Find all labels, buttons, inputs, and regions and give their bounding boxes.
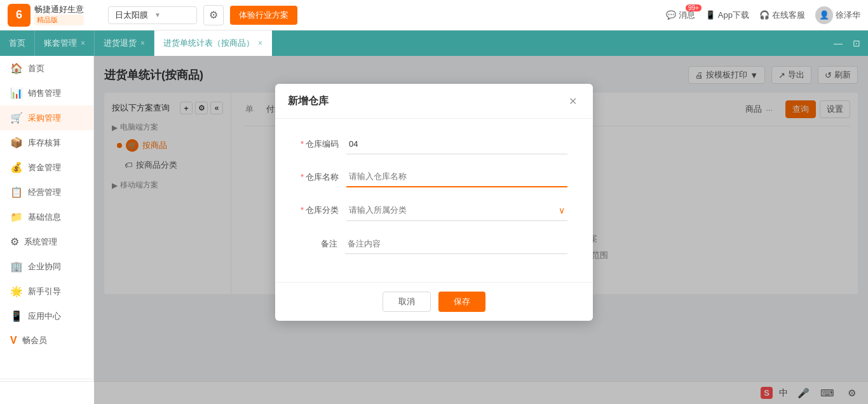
sidebar-label-guide: 新手引导: [28, 286, 61, 297]
app-badge: 精品版: [34, 15, 84, 25]
headset-icon: 🎧: [759, 10, 770, 20]
sidebar-item-sales[interactable]: 📊 销售管理: [0, 81, 93, 105]
basic-info-icon: 📁: [10, 211, 23, 223]
sidebar-label-operations: 经营管理: [28, 187, 61, 198]
sidebar-item-basic-info[interactable]: 📁 基础信息: [0, 205, 93, 229]
sidebar-item-apps[interactable]: 📱 应用中心: [0, 304, 93, 328]
user-avatar: 👤: [815, 6, 833, 24]
category-select-input[interactable]: [346, 200, 559, 220]
sidebar-label-purchase: 采购管理: [28, 112, 61, 124]
sidebar-label-vip: 畅会员: [22, 335, 47, 346]
home-icon: 🏠: [10, 62, 23, 74]
tab-controls: — ⊡: [826, 30, 868, 56]
name-label: 仓库名称: [301, 172, 346, 183]
form-row-code: 仓库编码: [301, 134, 567, 154]
user-profile-button[interactable]: 👤 徐泽华: [815, 6, 860, 24]
modal-footer: 取消 保存: [275, 282, 593, 321]
sidebar-item-system[interactable]: ⚙ 系统管理: [0, 229, 93, 254]
trial-industry-button[interactable]: 体验行业方案: [230, 6, 297, 25]
tab-purchase-return[interactable]: 进货退货 ×: [95, 30, 154, 56]
app-logo: 6: [8, 4, 31, 27]
top-header: 6 畅捷通好生意 精品版 日太阳膜 ▼ ⚙ 体验行业方案 💬 消息 99+ 📱 …: [0, 0, 868, 30]
sidebar-item-guide[interactable]: 🌟 新手引导: [0, 279, 93, 304]
finance-icon: 💰: [10, 161, 23, 173]
tab-accounts-close[interactable]: ×: [81, 39, 85, 48]
tab-collapse-button[interactable]: —: [831, 37, 845, 50]
tab-purchase-return-close[interactable]: ×: [140, 39, 145, 48]
tab-home[interactable]: 首页: [0, 30, 35, 56]
cancel-button[interactable]: 取消: [383, 292, 431, 312]
sidebar: 🏠 首页 📊 销售管理 🛒 采购管理 📦 库存核算 💰 资金管理 📋 经营管理 …: [0, 56, 94, 404]
store-dropdown-arrow: ▼: [154, 11, 190, 18]
system-icon: ⚙: [10, 236, 19, 248]
tab-bar: 首页 账套管理 × 进货退货 × 进货单统计表（按商品） × — ⊡: [0, 30, 868, 56]
sales-icon: 📊: [10, 87, 23, 99]
tab-purchase-stats-label: 进货单统计表（按商品）: [163, 37, 254, 49]
download-icon: 📱: [705, 10, 715, 20]
modal-close-button[interactable]: ✕: [565, 94, 580, 109]
sidebar-item-purchase[interactable]: 🛒 采购管理: [0, 105, 93, 130]
store-selector[interactable]: 日太阳膜 ▼: [108, 6, 197, 24]
settings-button[interactable]: ⚙: [203, 5, 224, 25]
code-input[interactable]: [346, 134, 567, 154]
inventory-icon: 📦: [10, 137, 23, 149]
form-row-category: 仓库分类 ∨: [301, 200, 567, 221]
app-download-button[interactable]: 📱 App下载: [705, 10, 749, 21]
new-warehouse-modal: 新增仓库 ✕ 仓库编码 仓库名称 仓库分类 ∨: [275, 84, 593, 321]
purchase-icon: 🛒: [10, 112, 23, 124]
sidebar-item-inventory[interactable]: 📦 库存核算: [0, 130, 93, 155]
store-name: 日太阳膜: [115, 10, 151, 21]
name-input[interactable]: [346, 167, 567, 187]
sidebar-label-sales: 销售管理: [28, 88, 61, 99]
form-row-note: 备注: [301, 234, 567, 254]
tab-accounts[interactable]: 账套管理 ×: [35, 30, 95, 56]
sidebar-label-basic-info: 基础信息: [28, 212, 61, 223]
sidebar-label-finance: 资金管理: [28, 162, 61, 173]
guide-icon: 🌟: [10, 285, 23, 297]
note-label: 备注: [301, 238, 345, 250]
tab-expand-button[interactable]: ⊡: [850, 37, 863, 50]
category-dropdown-arrow: ∨: [559, 205, 567, 215]
sidebar-label-home: 首页: [28, 63, 44, 74]
tab-purchase-stats[interactable]: 进货单统计表（按商品） ×: [154, 30, 272, 56]
sidebar-label-system: 系统管理: [24, 236, 57, 248]
sidebar-label-enterprise: 企业协同: [28, 261, 61, 273]
save-button[interactable]: 保存: [438, 292, 485, 312]
message-icon: 💬: [666, 10, 676, 20]
message-badge: 99+: [686, 4, 702, 11]
code-label: 仓库编码: [301, 138, 346, 150]
modal-body: 仓库编码 仓库名称 仓库分类 ∨ 备注: [275, 119, 593, 282]
vip-icon: V: [10, 335, 17, 346]
tab-purchase-stats-close[interactable]: ×: [258, 39, 262, 48]
note-input[interactable]: [345, 234, 567, 254]
tab-accounts-label: 账套管理: [44, 37, 77, 49]
operations-icon: 📋: [10, 186, 23, 198]
header-right: 💬 消息 99+ 📱 App下载 🎧 在线客服 👤 徐泽华: [666, 6, 860, 24]
messages-button[interactable]: 💬 消息 99+: [666, 10, 695, 21]
apps-icon: 📱: [10, 310, 23, 322]
tab-home-label: 首页: [9, 37, 25, 49]
tab-purchase-return-label: 进货退货: [104, 37, 137, 49]
app-name: 畅捷通好生意: [34, 4, 84, 15]
sidebar-label-inventory: 库存核算: [28, 137, 61, 149]
online-service-button[interactable]: 🎧 在线客服: [759, 10, 805, 21]
sidebar-label-apps: 应用中心: [28, 311, 61, 322]
category-label: 仓库分类: [301, 205, 346, 216]
enterprise-icon: 🏢: [10, 260, 23, 273]
logo-area: 6 畅捷通好生意 精品版: [8, 4, 102, 27]
sidebar-item-home[interactable]: 🏠 首页: [0, 56, 93, 81]
username: 徐泽华: [836, 10, 860, 21]
sidebar-item-vip[interactable]: V 畅会员: [0, 328, 93, 353]
sidebar-item-enterprise[interactable]: 🏢 企业协同: [0, 254, 93, 279]
form-row-name: 仓库名称: [301, 167, 567, 187]
sidebar-item-operations[interactable]: 📋 经营管理: [0, 180, 93, 205]
modal-header: 新增仓库 ✕: [275, 84, 593, 119]
sidebar-item-finance[interactable]: 💰 资金管理: [0, 155, 93, 180]
modal-title: 新增仓库: [288, 95, 329, 108]
category-select-wrapper: ∨: [346, 200, 567, 221]
